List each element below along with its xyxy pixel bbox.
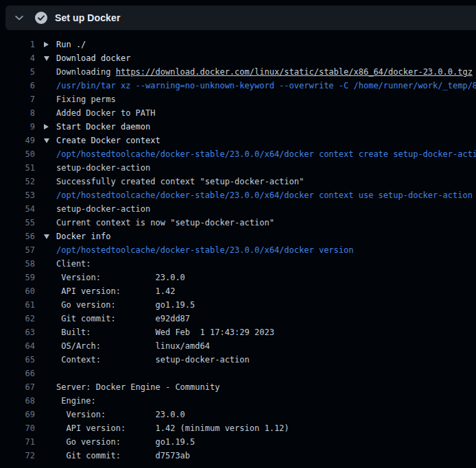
- line-number[interactable]: 63: [0, 325, 35, 339]
- line-number[interactable]: 57: [0, 243, 35, 257]
- log-text: /opt/hostedtoolcache/docker-stable/23.0.…: [56, 188, 476, 202]
- log-group-header-line[interactable]: 56Docker info: [0, 230, 476, 243]
- log-command-text: /opt/hostedtoolcache/docker-stable/23.0.…: [56, 190, 473, 200]
- log-command-text: /opt/hostedtoolcache/docker-stable/23.0.…: [56, 245, 353, 255]
- chevron-down-icon[interactable]: [14, 12, 25, 23]
- line-number[interactable]: 49: [0, 134, 35, 147]
- step-title: Set up Docker: [55, 12, 120, 23]
- log-text: API version: 1.42 (minimum version 1.12): [56, 421, 476, 435]
- log-text: Version: 23.0.0: [56, 408, 476, 421]
- line-number[interactable]: 51: [0, 161, 35, 175]
- log-text-segment: API version: 1.42 (minimum version 1.12): [56, 423, 289, 433]
- log-line: 8Added Docker to PATH: [0, 106, 476, 120]
- line-number[interactable]: 60: [0, 284, 35, 298]
- log-text: Server: Docker Engine - Community: [56, 380, 476, 394]
- log-text: setup-docker-action: [56, 202, 476, 216]
- log-group-header-line[interactable]: 49Create Docker context: [0, 134, 476, 147]
- triangle-glyph: [44, 234, 49, 239]
- line-number[interactable]: 8: [0, 106, 35, 120]
- log-text: Current context is now "setup-docker-act…: [56, 216, 476, 230]
- log-line: 64 OS/Arch: linux/amd64: [0, 339, 476, 353]
- log-line: 65 Context: setup-docker-action: [0, 353, 476, 367]
- triangle-glyph: [44, 138, 49, 143]
- log-text: Fixing perms: [56, 93, 476, 106]
- log-text: Download docker: [56, 51, 476, 65]
- line-number[interactable]: 61: [0, 298, 35, 312]
- line-number[interactable]: 71: [0, 435, 35, 449]
- line-number[interactable]: 70: [0, 421, 35, 435]
- line-number[interactable]: 58: [0, 257, 35, 271]
- log-line: 52Successfully created context "setup-do…: [0, 175, 476, 188]
- log-line: 51setup-docker-action: [0, 161, 476, 175]
- line-number[interactable]: 59: [0, 271, 35, 284]
- line-number[interactable]: 6: [0, 79, 35, 93]
- log-text: Built: Wed Feb 1 17:43:29 2023: [56, 325, 476, 339]
- line-number[interactable]: 69: [0, 408, 35, 421]
- line-number[interactable]: 56: [0, 230, 35, 243]
- log-line: 58Client:: [0, 257, 476, 271]
- log-text: Engine:: [56, 394, 476, 408]
- line-number[interactable]: 53: [0, 188, 35, 202]
- log-text: Downloading https://download.docker.com/…: [56, 65, 476, 79]
- line-number[interactable]: 68: [0, 394, 35, 408]
- log-group-header-line[interactable]: 9Start Docker daemon: [0, 120, 476, 134]
- actions-log-viewer: Set up Docker 1Run ./4Download docker5Do…: [0, 0, 476, 468]
- line-number[interactable]: 54: [0, 202, 35, 216]
- log-line: 70 API version: 1.42 (minimum version 1.…: [0, 421, 476, 435]
- group-collapsed-triangle-icon[interactable]: [35, 124, 56, 130]
- log-text-segment: Version: 23.0.0: [56, 410, 185, 419]
- log-group-header-line[interactable]: 1Run ./: [0, 38, 476, 51]
- line-number[interactable]: 4: [0, 51, 35, 65]
- log-text-segment: Git commit: e92dd87: [56, 314, 190, 323]
- log-text-segment: Current context is now "setup-docker-act…: [56, 218, 274, 227]
- log-line: 66: [0, 367, 476, 380]
- log-text-segment: Go version: go1.19.5: [56, 437, 195, 447]
- log-text-segment: API version: 1.42: [56, 286, 175, 296]
- line-number[interactable]: 67: [0, 380, 35, 394]
- line-number[interactable]: 64: [0, 339, 35, 353]
- triangle-glyph: [44, 56, 49, 61]
- line-number[interactable]: 50: [0, 147, 35, 161]
- log-line: 57/opt/hostedtoolcache/docker-stable/23.…: [0, 243, 476, 257]
- line-number[interactable]: 7: [0, 93, 35, 106]
- log-line: 72 Git commit: d7573ab: [0, 449, 476, 463]
- log-url-link[interactable]: https://download.docker.com/linux/static…: [116, 67, 473, 77]
- log-line: 67Server: Docker Engine - Community: [0, 380, 476, 394]
- line-number[interactable]: 65: [0, 353, 35, 367]
- log-body: 1Run ./4Download docker5Downloading http…: [0, 30, 476, 468]
- log-group-header-line[interactable]: 4Download docker: [0, 51, 476, 65]
- line-number[interactable]: 72: [0, 449, 35, 463]
- log-text: Client:: [56, 257, 476, 271]
- log-command-text: /opt/hostedtoolcache/docker-stable/23.0.…: [56, 149, 476, 159]
- group-title-text: Start Docker daemon: [56, 122, 150, 132]
- log-text-segment: Engine:: [56, 396, 96, 406]
- log-text: Create Docker context: [56, 134, 476, 147]
- group-collapsed-triangle-icon[interactable]: [35, 42, 56, 47]
- group-expanded-triangle-icon[interactable]: [35, 234, 56, 239]
- log-text: Successfully created context "setup-dock…: [56, 175, 476, 188]
- chevron-down-icon-svg: [14, 12, 25, 23]
- log-line: 6/usr/bin/tar xz --warning=no-unknown-ke…: [0, 79, 476, 93]
- line-number[interactable]: 55: [0, 216, 35, 230]
- log-text: OS/Arch: linux/amd64: [56, 339, 476, 353]
- step-header[interactable]: Set up Docker: [5, 5, 476, 30]
- line-number[interactable]: 66: [0, 367, 35, 380]
- log-command-text: /usr/bin/tar xz --warning=no-unknown-key…: [56, 81, 476, 90]
- line-number[interactable]: 5: [0, 65, 35, 79]
- log-text-segment: OS/Arch: linux/amd64: [56, 341, 210, 351]
- log-line: 50/opt/hostedtoolcache/docker-stable/23.…: [0, 147, 476, 161]
- group-expanded-triangle-icon[interactable]: [35, 56, 56, 61]
- line-number[interactable]: 9: [0, 120, 35, 134]
- triangle-glyph: [44, 124, 49, 130]
- log-line: 61 Go version: go1.19.5: [0, 298, 476, 312]
- log-text-segment: Successfully created context "setup-dock…: [56, 177, 304, 186]
- line-number[interactable]: 52: [0, 175, 35, 188]
- log-text: Version: 23.0.0: [56, 271, 476, 284]
- log-text: Context: setup-docker-action: [56, 353, 476, 367]
- log-text-segment: Version: 23.0.0: [56, 273, 185, 282]
- log-text: API version: 1.42: [56, 284, 476, 298]
- line-number[interactable]: 1: [0, 38, 35, 51]
- group-expanded-triangle-icon[interactable]: [35, 138, 56, 143]
- line-number[interactable]: 62: [0, 312, 35, 325]
- log-text: Go version: go1.19.5: [56, 298, 476, 312]
